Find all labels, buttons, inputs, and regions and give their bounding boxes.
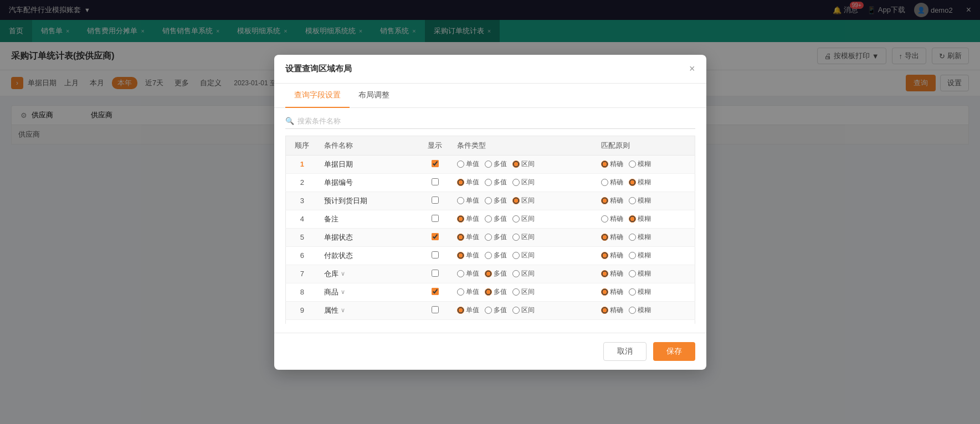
col-order: 顺序: [285, 136, 319, 153]
search-input[interactable]: [297, 117, 408, 125]
search-bar: 🔍: [285, 117, 695, 129]
dialog-tab-layout-label: 布局调整: [358, 90, 389, 99]
dialog-tabs: 查询字段设置 布局调整: [274, 84, 706, 108]
dialog-header: 设置查询区域布局 ×: [274, 55, 706, 84]
col-display: 显示: [418, 136, 451, 153]
conditions-header-row: 顺序 条件名称 显示 条件类型 匹配原则: [285, 136, 695, 153]
dialog-body: 🔍 顺序 条件名称 显示 条件类型 匹配原则: [274, 108, 706, 154]
search-icon: 🔍: [285, 117, 294, 125]
conditions-table: 顺序 条件名称 显示 条件类型 匹配原则 1单据日期单值多值区间精确模糊2单据编…: [285, 136, 695, 154]
dialog-tab-layout[interactable]: 布局调整: [350, 84, 398, 108]
col-type: 条件类型: [451, 136, 596, 153]
dialog: 设置查询区域布局 × 查询字段设置 布局调整 🔍: [274, 55, 706, 154]
dialog-title: 设置查询区域布局: [285, 64, 352, 74]
dialog-tab-query[interactable]: 查询字段设置: [285, 84, 350, 108]
col-name: 条件名称: [319, 136, 418, 153]
col-match: 匹配原则: [596, 136, 695, 153]
dialog-close-btn[interactable]: ×: [689, 64, 695, 74]
conditions-table-scroll: 顺序 条件名称 显示 条件类型 匹配原则 1单据日期单值多值区间精确模糊2单据编…: [285, 136, 695, 154]
modal-overlay: 设置查询区域布局 × 查询字段设置 布局调整 🔍: [0, 0, 980, 153]
dialog-tab-query-label: 查询字段设置: [294, 90, 341, 99]
